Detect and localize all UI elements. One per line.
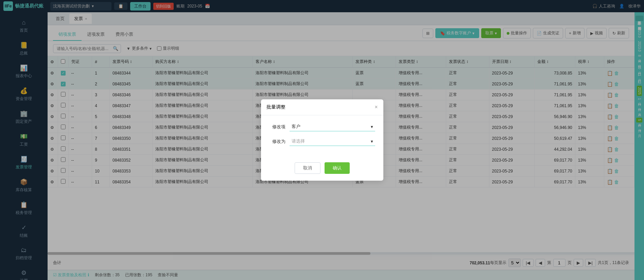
- dialog-cancel-btn[interactable]: 取消: [295, 162, 320, 174]
- chevron-down-icon: ▾: [371, 139, 373, 144]
- modal-overlay[interactable]: 批量调整 × 修改项 客户 ▾ 修改为 请选择 ▾ 取消 确认: [0, 0, 644, 280]
- modify-field-row: 修改项 客户 ▾: [269, 122, 375, 131]
- batch-adjust-dialog: 批量调整 × 修改项 客户 ▾ 修改为 请选择 ▾ 取消 确认: [261, 99, 383, 181]
- dialog-header: 批量调整 ×: [261, 99, 383, 115]
- modify-to-placeholder: 请选择: [292, 138, 305, 144]
- modify-field-value: 客户: [292, 123, 300, 130]
- dialog-title: 批量调整: [266, 104, 285, 110]
- modify-to-label: 修改为: [269, 138, 285, 145]
- dialog-close-btn[interactable]: ×: [375, 104, 378, 110]
- modify-to-select[interactable]: 请选择 ▾: [290, 137, 375, 146]
- chevron-down-icon: ▾: [371, 124, 373, 129]
- dialog-confirm-btn[interactable]: 确认: [325, 162, 350, 174]
- modify-to-row: 修改为 请选择 ▾: [269, 137, 375, 146]
- dialog-footer: 取消 确认: [261, 158, 383, 181]
- modify-field-select[interactable]: 客户 ▾: [290, 122, 375, 131]
- modify-field-label: 修改项: [269, 124, 285, 130]
- dialog-body: 修改项 客户 ▾ 修改为 请选择 ▾: [261, 115, 383, 158]
